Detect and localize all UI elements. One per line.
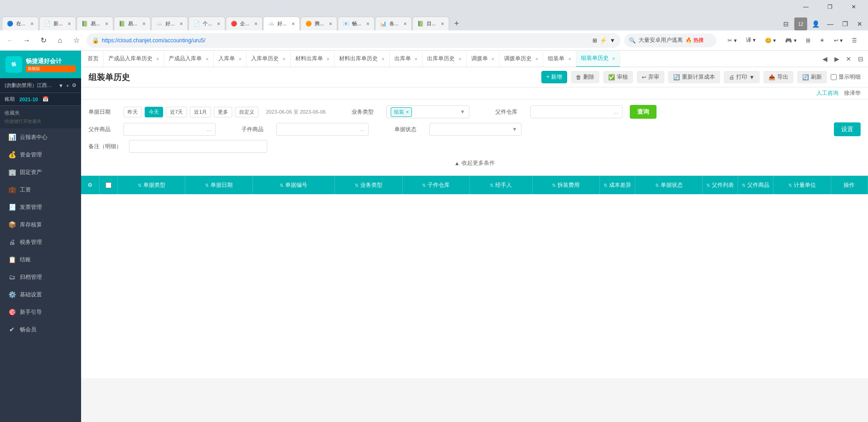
settings-button[interactable]: 设置	[834, 122, 861, 136]
sidebar-item-member[interactable]: ✔ 畅会员	[0, 321, 81, 338]
browser-tab-t10[interactable]: 📧 畅... ×	[338, 17, 375, 30]
order-status-dropdown[interactable]: ▼	[429, 123, 522, 136]
select-all-checkbox[interactable]	[106, 182, 111, 188]
browser-tab-t4[interactable]: 📗 易... ×	[114, 17, 151, 30]
export-button[interactable]: 📤 导出	[763, 71, 793, 83]
service-link[interactable]: 人工咨询	[816, 89, 839, 97]
th-handler[interactable]: ⇅ 经手人	[470, 176, 533, 194]
new-button[interactable]: + 新增	[541, 71, 567, 83]
company-settings-icon[interactable]: ⚙	[72, 82, 76, 88]
tab-close-icon[interactable]: ×	[441, 21, 444, 27]
page-tab-assemble[interactable]: 调拨单 ×	[467, 51, 499, 67]
page-tab-close[interactable]: ×	[156, 56, 159, 62]
home-button[interactable]: ⌂	[53, 34, 66, 47]
recalc-button[interactable]: 🔄 重新计算成本	[668, 71, 720, 83]
history-tool[interactable]: ↩ ▾	[830, 34, 846, 47]
browser-tab-t2[interactable]: 📄 新... ×	[39, 17, 76, 30]
menu-button[interactable]: ☰	[848, 34, 861, 47]
page-tab-close[interactable]: ×	[239, 56, 241, 62]
browser-tab-t8[interactable]: ☁️ 好... ×	[263, 17, 300, 30]
page-tab-out[interactable]: 出库单 ×	[390, 51, 422, 67]
page-tab-mat-out-hist[interactable]: 材料出库单历史 ×	[334, 51, 389, 67]
sidebar-item-finance[interactable]: 💰 资金管理	[0, 146, 81, 163]
date-filter-近7天[interactable]: 近7天	[166, 107, 187, 117]
sidebar-item-reports[interactable]: 📊 云报表中心	[0, 128, 81, 146]
tab-close-icon[interactable]: ×	[30, 21, 34, 27]
sidebar-item-guide[interactable]: 🎯 新手引导	[0, 303, 81, 321]
th-date[interactable]: ⇅ 单据日期	[185, 176, 252, 194]
maximize-button[interactable]: ❐	[819, 0, 840, 14]
child-goods-dropdown[interactable]: ...	[276, 123, 369, 136]
sidebar-item-archive[interactable]: 🗂 归档管理	[0, 268, 81, 286]
child-goods-dots[interactable]: ...	[360, 126, 364, 133]
sidebar-item-salary[interactable]: 💼 工资	[0, 181, 81, 198]
tab-list-button[interactable]: ⊟	[780, 17, 792, 30]
tab-close-icon[interactable]: ×	[217, 21, 220, 27]
th-unit[interactable]: ⇅ 计量单位	[774, 176, 831, 194]
biz-type-dropdown[interactable]: 组装 × ▼	[387, 105, 469, 118]
page-tab-home[interactable]: 首页	[83, 51, 104, 67]
browser-tab-t11[interactable]: 📊 各... ×	[375, 17, 412, 30]
page-tab-close[interactable]: ×	[492, 56, 494, 62]
tab-close-icon[interactable]: ×	[366, 21, 369, 27]
browser-tab-t3[interactable]: 📗 易... ×	[76, 17, 113, 30]
favorites-action[interactable]: 快捷键打开收藏夹	[5, 118, 76, 125]
page-tab-out-hist[interactable]: 出库单历史 ×	[422, 51, 466, 67]
page-tab-in-order[interactable]: 入库单 ×	[214, 51, 246, 67]
page-tab-close[interactable]: ×	[568, 56, 571, 62]
tab-close-icon[interactable]: ×	[292, 21, 295, 27]
sidebar-item-checkout[interactable]: 📋 结账	[0, 251, 81, 268]
refresh-button[interactable]: 🔄 刷新	[797, 71, 827, 83]
tab-close-others[interactable]: ⊟	[855, 53, 866, 64]
browser-tab-t1[interactable]: 🔵 在... ×	[2, 17, 39, 30]
th-number[interactable]: ⇅ 单据编号	[253, 176, 335, 194]
calendar-icon[interactable]: 📅	[42, 96, 49, 102]
page-tab-assembly-hist[interactable]: 组装单历史 ×	[576, 51, 620, 67]
sidebar-item-tax[interactable]: 🖨 税务管理	[0, 233, 81, 251]
page-tab-assembly[interactable]: 组装单 ×	[543, 51, 576, 67]
display-toggle[interactable]: 显示明细	[831, 73, 861, 81]
page-tab-in-hist[interactable]: 入库单历史 ×	[246, 51, 290, 67]
page-tab-close[interactable]: ×	[612, 56, 615, 61]
parent-goods-dropdown[interactable]: ...	[123, 123, 216, 136]
add-company-icon[interactable]: +	[66, 83, 69, 88]
th-parent_list[interactable]: ⇅ 父件列表	[703, 176, 738, 194]
address-dropdown-icon[interactable]: ▼	[610, 37, 615, 44]
sidebar-item-assets[interactable]: 🏢 固定资产	[0, 163, 81, 181]
emoji-tool[interactable]: 😊 ▾	[761, 34, 780, 47]
print-button[interactable]: 🖨 打印 ▼	[724, 71, 760, 83]
parent-warehouse-dots[interactable]: ...	[614, 109, 618, 115]
page-tab-close[interactable]: ×	[535, 56, 538, 62]
tab-close-current[interactable]: ✕	[843, 53, 854, 64]
sidebar-item-settings[interactable]: ⚙️ 基础设置	[0, 286, 81, 303]
biz-type-tag-remove[interactable]: ×	[406, 109, 409, 115]
th-biztype[interactable]: ⇅ 业务类型	[335, 176, 402, 194]
query-button[interactable]: 查询	[630, 105, 657, 119]
bookmark-button[interactable]: ☆	[70, 34, 83, 47]
th-subwarehouse[interactable]: ⇅ 子件仓库	[403, 176, 470, 194]
window-minimize[interactable]: —	[824, 17, 837, 30]
forward-button[interactable]: →	[20, 34, 33, 47]
collapse-button[interactable]: ▲ 收起更多条件	[88, 156, 861, 170]
tab-close-icon[interactable]: ×	[254, 21, 258, 27]
unaudit-button[interactable]: ↩ 弃审	[637, 71, 664, 83]
page-tab-prod-in[interactable]: 产成品入库单 ×	[164, 51, 213, 67]
address-bar[interactable]: 🔒 https://cloud.chanjet.com/accounting/u…	[87, 33, 621, 48]
date-filter-昨天[interactable]: 昨天	[123, 107, 142, 117]
delete-button[interactable]: 🗑 删除	[571, 71, 599, 83]
audit-button[interactable]: ✅ 审核	[603, 71, 633, 83]
th-parent_goods[interactable]: ⇅ 父件商品	[738, 176, 774, 194]
page-tab-close[interactable]: ×	[327, 56, 329, 62]
page-tab-prod-in-hist[interactable]: 产成品入库单历史 ×	[104, 51, 164, 67]
display-toggle-checkbox[interactable]	[831, 74, 837, 80]
browser-tab-t5[interactable]: ☁️ 好... ×	[151, 17, 188, 30]
page-tab-close[interactable]: ×	[415, 56, 417, 62]
browser-tab-t6[interactable]: 📄 个... ×	[188, 17, 225, 30]
theme-tool[interactable]: ☀	[816, 34, 828, 47]
minimize-button[interactable]: —	[795, 0, 816, 14]
page-tab-close[interactable]: ×	[458, 56, 461, 62]
tab-close-icon[interactable]: ×	[68, 21, 71, 27]
page-tab-close[interactable]: ×	[282, 56, 285, 62]
column-settings-icon[interactable]: ⚙	[88, 182, 93, 188]
grid-tool[interactable]: ⊞	[802, 34, 814, 47]
